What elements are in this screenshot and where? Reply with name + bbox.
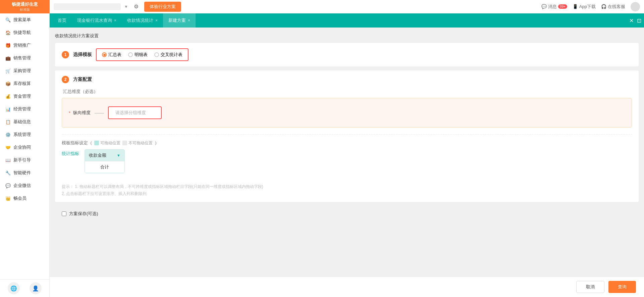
footer-bar: 取消 查询 bbox=[50, 277, 644, 297]
radio-summary[interactable]: 汇总表 bbox=[102, 52, 121, 58]
metric-table-header[interactable]: 收款金额 ▼ bbox=[85, 150, 124, 161]
metric-table: 收款金额 ▼ 合计 bbox=[85, 149, 125, 173]
home-icon: 🏠 bbox=[5, 30, 11, 35]
message-button[interactable]: 💬 消息 99+ bbox=[541, 4, 567, 10]
service-button[interactable]: 🎧 在线客服 bbox=[601, 4, 625, 10]
sidebar-item-member[interactable]: 👑 畅会员 bbox=[0, 192, 49, 205]
sidebar-item-marketing[interactable]: 🎁 营销推广 bbox=[0, 39, 49, 52]
sidebar-item-system[interactable]: ⚙️ 系统管理 bbox=[0, 128, 49, 141]
logo-sub: 标准版 bbox=[20, 7, 30, 12]
service-icon: 🎧 bbox=[601, 4, 606, 9]
tab-newplan-close[interactable]: × bbox=[188, 18, 190, 23]
legend-draggable: 可拖动位置 bbox=[94, 140, 120, 146]
row-dim-label: 纵向维度 bbox=[73, 110, 91, 116]
system-icon: ⚙️ bbox=[5, 132, 11, 137]
chevron-down-icon: ▼ bbox=[124, 4, 128, 9]
tab-cashflow-label: 现金银行流水查询 bbox=[77, 17, 112, 23]
sales-icon: 💼 bbox=[5, 56, 11, 61]
dim-select-box[interactable]: 请选择分组维度 bbox=[108, 106, 162, 119]
metric-section: 模板指标设定（ 可拖动位置 不可拖动位置 ） bbox=[62, 134, 632, 173]
industry-button[interactable]: 体验行业方案 bbox=[144, 2, 181, 12]
tip2: 2. 点击标题栏下拉可设置排序、插入列和删除列 bbox=[62, 191, 632, 197]
dimension-area: * 纵向维度 —— 请选择分组维度 bbox=[62, 98, 632, 128]
service-label: 在线客服 bbox=[608, 4, 625, 10]
sidebar-bottom-icon1[interactable]: 🌐 bbox=[8, 282, 20, 294]
user-avatar[interactable] bbox=[631, 2, 640, 11]
sidebar-item-hardware[interactable]: 🔧 智能硬件 bbox=[0, 166, 49, 179]
sidebar-item-nav[interactable]: 🏠 快捷导航 bbox=[0, 26, 49, 39]
legend-undraggable: 不可拖动位置 bbox=[122, 140, 153, 146]
tab-home[interactable]: 首页 bbox=[52, 13, 72, 28]
sidebar-item-guide[interactable]: 📖 新手引导 bbox=[0, 154, 49, 166]
member-icon: 👑 bbox=[5, 196, 11, 201]
sidebar-item-search[interactable]: 🔍 搜索菜单 bbox=[0, 13, 49, 26]
sidebar-item-finance[interactable]: 💰 资金管理 bbox=[0, 90, 49, 103]
sidebar-item-basic[interactable]: 📋 基础信息 bbox=[0, 115, 49, 128]
gear-button[interactable]: ⚙ bbox=[131, 2, 141, 11]
sidebar-label-management: 经营管理 bbox=[13, 106, 31, 112]
tab-bar: 首页 现金银行流水查询 × 收款情况统计 × 新建方案 × ✕ ⊡ bbox=[50, 13, 644, 28]
guide-icon: 📖 bbox=[5, 158, 11, 163]
template-section: 1 选择模板 汇总表 bbox=[55, 43, 639, 66]
metric-table-row: 合计 bbox=[85, 161, 124, 173]
query-button[interactable]: 查询 bbox=[608, 281, 636, 293]
wechat-icon: 💬 bbox=[5, 183, 11, 188]
tab-receipts[interactable]: 收款情况统计 × bbox=[122, 13, 163, 28]
sidebar-label-sales: 销售管理 bbox=[13, 55, 31, 61]
cancel-button[interactable]: 取消 bbox=[576, 281, 604, 293]
sidebar-item-purchase[interactable]: 🛒 采购管理 bbox=[0, 64, 49, 77]
sidebar-item-management[interactable]: 📊 经营管理 bbox=[0, 103, 49, 115]
dimension-title: 汇总维度（必选） bbox=[63, 89, 632, 95]
metric-header-text: 收款金额 bbox=[89, 152, 106, 158]
sidebar-label-member: 畅会员 bbox=[13, 195, 26, 201]
page-body: 收款情况统计方案设置 1 选择模板 bbox=[50, 28, 644, 277]
sidebar-label-nav: 快捷导航 bbox=[13, 30, 31, 36]
tab-newplan[interactable]: 新建方案 × bbox=[163, 13, 196, 28]
page-title: 收款情况统计方案设置 bbox=[55, 33, 639, 39]
radio-detail[interactable]: 明细表 bbox=[128, 52, 148, 58]
basic-icon: 📋 bbox=[5, 119, 11, 125]
message-icon: 💬 bbox=[541, 4, 547, 9]
step1-title: 选择模板 bbox=[73, 52, 92, 58]
sidebar-item-sales[interactable]: 💼 销售管理 bbox=[0, 52, 49, 64]
finance-icon: 💰 bbox=[5, 94, 11, 99]
inventory-icon: 📦 bbox=[5, 81, 11, 86]
logo-area: 畅捷通好生意 标准版 bbox=[0, 0, 50, 13]
sidebar-item-wechat[interactable]: 💬 企业微信 bbox=[0, 179, 49, 192]
corp-icon: 🤝 bbox=[5, 145, 11, 150]
sidebar-label-finance: 资金管理 bbox=[13, 93, 31, 99]
purchase-icon: 🛒 bbox=[5, 68, 11, 73]
download-button[interactable]: 📱 App下载 bbox=[573, 4, 596, 10]
tab-cashflow[interactable]: 现金银行流水查询 × bbox=[72, 13, 122, 28]
sidebar-label-hardware: 智能硬件 bbox=[13, 170, 31, 176]
template-options-box: 汇总表 明细表 交叉统计表 bbox=[96, 48, 189, 61]
metric-header-label: 模板指标设定（ bbox=[62, 140, 92, 146]
stat-indicator-label: 统计指标 bbox=[62, 151, 79, 157]
hardware-icon: 🔧 bbox=[5, 170, 11, 176]
radio-cross[interactable]: 交叉统计表 bbox=[154, 52, 182, 58]
sidebar-label-search: 搜索菜单 bbox=[13, 17, 31, 23]
sidebar-label-marketing: 营销推广 bbox=[13, 42, 31, 48]
save-checkbox[interactable] bbox=[62, 211, 66, 216]
tab-close-all-icon[interactable]: ✕ bbox=[629, 17, 634, 24]
radio-detail-label: 明细表 bbox=[135, 52, 148, 58]
message-badge: 99+ bbox=[558, 4, 567, 9]
tab-newplan-label: 新建方案 bbox=[168, 17, 186, 23]
download-label: App下载 bbox=[579, 4, 596, 10]
tab-cashflow-close[interactable]: × bbox=[114, 18, 116, 23]
sidebar-item-inventory[interactable]: 📦 库存核算 bbox=[0, 77, 49, 90]
breadcrumb-input[interactable] bbox=[54, 3, 121, 10]
tab-receipts-close[interactable]: × bbox=[155, 18, 158, 23]
sidebar-label-corp: 企业协同 bbox=[13, 144, 31, 150]
sidebar-bottom-icon2[interactable]: 👤 bbox=[30, 282, 42, 294]
dim-arrow-icon: —— bbox=[95, 110, 104, 115]
sidebar-label-inventory: 库存核算 bbox=[13, 81, 31, 87]
management-icon: 📊 bbox=[5, 107, 11, 112]
marketing-icon: 🎁 bbox=[5, 43, 11, 48]
search-icon: 🔍 bbox=[5, 17, 11, 22]
tab-maximize-icon[interactable]: ⊡ bbox=[637, 17, 641, 24]
sidebar-item-corp[interactable]: 🤝 企业协同 bbox=[0, 141, 49, 154]
dim-placeholder: 请选择分组维度 bbox=[115, 110, 146, 115]
sidebar-label-wechat: 企业微信 bbox=[13, 183, 31, 189]
tab-receipts-label: 收款情况统计 bbox=[127, 17, 153, 23]
